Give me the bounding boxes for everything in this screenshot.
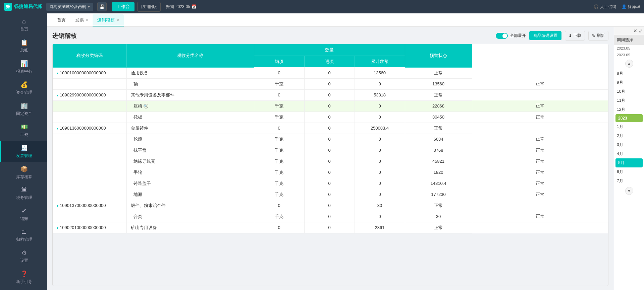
tab-home[interactable]: 首页 [52, 14, 70, 26]
expand-icon[interactable]: ▾ [57, 127, 58, 130]
tab-invoice[interactable]: 发票 × [70, 14, 93, 26]
cell-status: 正常 [472, 112, 608, 123]
cell-total: 30450 [405, 112, 472, 123]
cell-tax-code [53, 211, 126, 222]
cell-purchase: 0 [355, 145, 405, 156]
cell-tax-code [53, 167, 126, 178]
period-item[interactable]: 9月 [614, 78, 644, 87]
period-item[interactable]: 3月 [614, 140, 644, 149]
sidebar-item-label: 资金管理 [16, 90, 32, 95]
download-button[interactable]: ⬇ 下载 [565, 31, 585, 41]
period-item[interactable]: 5月 [615, 158, 643, 167]
expand-icon[interactable]: ▾ [57, 93, 58, 97]
period-item[interactable]: 11月 [614, 96, 644, 105]
panel-expand-icon[interactable]: ⤢ [639, 28, 643, 33]
cell-tax-name: 托板 [126, 112, 254, 123]
cell-total: 13560 [405, 78, 472, 89]
panel-close-icon[interactable]: ✕ [633, 28, 637, 33]
period-item[interactable]: 6月 [614, 167, 644, 176]
expand-icon[interactable]: ▾ [57, 204, 58, 208]
period-display: 账期 2023-05 📅 [166, 4, 197, 10]
period-item[interactable]: 2023.05 [614, 45, 644, 52]
sidebar-item-payroll[interactable]: 💵 工资 [0, 120, 47, 141]
expand-icon[interactable]: ▾ [57, 226, 58, 230]
scroll-down-button[interactable]: ▼ [625, 187, 633, 195]
period-item[interactable]: 2月 [614, 131, 644, 140]
home-icon: ⌂ [22, 18, 26, 25]
cell-purchase: 0 [355, 100, 405, 112]
period-item[interactable]: 10月 [614, 87, 644, 96]
table-row: ▾1090136000000000000 金属铸件 0 0 250083.4 正… [53, 123, 608, 134]
expand-toggle-switch[interactable] [496, 33, 508, 39]
refresh-button[interactable]: ↻ 刷新 [588, 31, 608, 41]
cell-total: 250083.4 [355, 123, 405, 134]
sidebar-item-label: 归档管理 [16, 237, 32, 242]
cell-tax-name: 绝缘导线壳 [126, 156, 254, 167]
tab-reconcile[interactable]: 进销稽核 × [93, 14, 123, 26]
page-title: 进销稽核 [52, 32, 76, 40]
sidebar-item-member[interactable]: V 畅会员 [0, 288, 47, 290]
page-header: 进销稽核 全部展开 商品编码设置 ⬇ 下载 ↻ 刷新 [52, 31, 608, 41]
sidebar-item-assets[interactable]: 🏢 固定资产 [0, 99, 47, 120]
cell-purchase: 0 [355, 189, 405, 200]
expand-icon[interactable]: ▾ [57, 71, 58, 75]
sidebar-item-ledger[interactable]: 📋 总账 [0, 35, 47, 57]
cell-total: 22868 [405, 100, 472, 112]
sidebar-item-invoice[interactable]: 🧾 发票管理 [0, 141, 47, 162]
th-tax-name: 税收分类名称 [126, 44, 254, 67]
panel-top-buttons: ✕ ⤢ [614, 27, 644, 35]
cell-total: 1820 [405, 167, 472, 178]
sidebar-item-inventory[interactable]: 📦 库存核算 [0, 162, 47, 183]
sidebar-item-finance[interactable]: 💰 资金管理 [0, 78, 47, 99]
cell-total: 45821 [405, 156, 472, 167]
cell-status: 正常 [472, 156, 608, 167]
tax-icon: 🏛 [21, 187, 27, 194]
save-button[interactable]: 💾 [97, 2, 107, 11]
sidebar-item-settings[interactable]: ⚙ 设置 [0, 246, 47, 267]
cell-tax-name: 抹平盘 [126, 145, 254, 156]
tab-invoice-close[interactable]: × [86, 18, 88, 22]
period-item[interactable]: 4月 [614, 149, 644, 158]
cell-purchase: 0 [304, 89, 355, 100]
cell-purchase: 0 [304, 67, 355, 78]
switch-version-button[interactable]: 切到旧版 [137, 2, 161, 12]
page-content: 进销稽核 全部展开 商品编码设置 ⬇ 下载 ↻ 刷新 [47, 27, 644, 290]
cell-total: 2361 [355, 222, 405, 233]
cell-purchase: 0 [355, 78, 405, 89]
sidebar-item-tax[interactable]: 🏛 税务管理 [0, 183, 47, 204]
company-selector[interactable]: 沈海英测试经营勿删 ▾ [46, 3, 93, 11]
th-purchase: 进项 [304, 56, 355, 68]
scroll-up-button[interactable]: ▲ [625, 60, 633, 68]
table-row: ▾1090299000000000000 其他专用设备及零部件 0 0 5331… [53, 89, 608, 100]
sidebar-item-label: 结账 [20, 216, 28, 222]
period-item[interactable]: 12月 [614, 105, 644, 114]
tab-reconcile-close[interactable]: × [117, 18, 119, 22]
guide-icon: ❓ [20, 270, 28, 278]
inventory-icon: 📦 [20, 165, 28, 173]
cell-total: 53318 [355, 89, 405, 100]
period-item[interactable]: 7月 [614, 176, 644, 186]
topbar-right: 🎧 人工咨询 👤 徐泽华 [594, 4, 640, 10]
user-profile[interactable]: 👤 徐泽华 [622, 4, 640, 10]
workbench-button[interactable]: 工作台 [112, 2, 135, 11]
period-item[interactable]: 8月 [614, 69, 644, 78]
finance-icon: 💰 [20, 81, 28, 88]
sidebar-item-archive[interactable]: 🗂 归档管理 [0, 225, 47, 246]
calendar-icon[interactable]: 📅 [192, 4, 197, 9]
cell-status: 正常 [472, 100, 608, 112]
sidebar-item-reports[interactable]: 📊 报表中心 [0, 57, 47, 78]
period-item[interactable]: 1月 [614, 122, 644, 131]
service-button[interactable]: 🎧 人工咨询 [594, 4, 616, 10]
search-icon[interactable]: 🔍 [144, 104, 148, 108]
cell-unit: 千克 [254, 178, 304, 189]
th-tax-code: 税收分类编码 [53, 44, 126, 67]
period-list: 2023.052023.05▲8月9月10月11月12月20231月2月3月4月… [614, 45, 644, 290]
sidebar-item-home[interactable]: ⌂ 首页 [0, 15, 47, 35]
sidebar-item-close[interactable]: ✔ 结账 [0, 204, 47, 225]
cell-status: 正常 [472, 211, 608, 222]
sidebar-item-label: 报表中心 [16, 69, 32, 74]
product-code-button[interactable]: 商品编码设置 [529, 31, 561, 40]
period-item[interactable]: 2023.05 [614, 52, 644, 58]
sidebar-item-guide[interactable]: ❓ 新手引导 [0, 267, 47, 288]
period-item[interactable]: 2023 [615, 114, 643, 122]
